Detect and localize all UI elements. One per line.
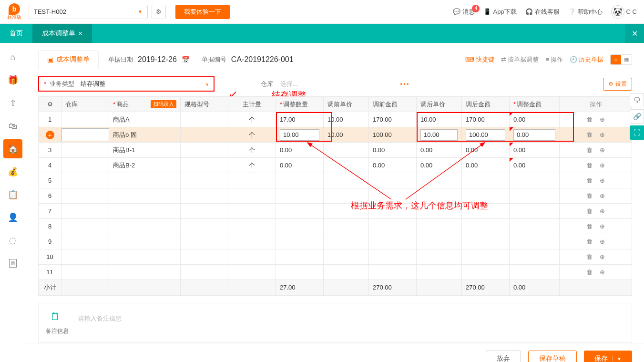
wh-filter-label: 仓库 xyxy=(261,80,273,88)
keyboard-icon: ⌨ xyxy=(465,56,474,63)
adjust-icon: ⇄ xyxy=(501,56,506,63)
service-link[interactable]: 🎧 在线客服 xyxy=(525,8,560,16)
delete-row-button[interactable]: 🗑 xyxy=(586,177,593,184)
messages-link[interactable]: 💬 消息 4 xyxy=(453,8,475,16)
avatar: 🐼 xyxy=(611,5,624,19)
close-icon[interactable]: ✕ xyxy=(78,31,82,37)
copy-row-button[interactable]: ⊕ xyxy=(600,238,605,245)
sidebar-money[interactable]: 💰 xyxy=(3,162,22,181)
table-row[interactable]: 6🗑⊕ xyxy=(39,188,632,204)
more-icon[interactable]: ••• xyxy=(400,81,410,88)
copy-row-button[interactable]: ⊕ xyxy=(600,269,605,276)
user-menu[interactable]: 🐼 C C xyxy=(611,5,637,19)
col-settings[interactable]: ⚙ xyxy=(39,97,61,112)
copy-row-button[interactable]: ⊕ xyxy=(600,192,605,199)
rail-expand[interactable]: ⛶ xyxy=(630,125,644,140)
table-row[interactable]: +商品b 固个10.0010.00100.0010.00100.000.00🗑⊕ xyxy=(39,127,632,143)
add-row-button[interactable]: + xyxy=(46,131,54,139)
sidebar-contact[interactable]: 👤 xyxy=(3,208,22,227)
table-row[interactable]: 9🗑⊕ xyxy=(39,234,632,249)
copy-row-button[interactable]: ⊕ xyxy=(600,146,605,154)
bydoc-link[interactable]: ⇄按单据调整 xyxy=(501,55,539,64)
delete-row-button[interactable]: 🗑 xyxy=(586,131,593,138)
copy-row-button[interactable]: ⊕ xyxy=(600,131,605,138)
table-row[interactable]: 4商品B-2个0.000.000.000.000.00🗑⊕ xyxy=(39,158,632,173)
expand-icon: ⛶ xyxy=(634,129,640,136)
logo-edition: 标准版 xyxy=(7,14,21,21)
scan-button[interactable]: 扫码录入 xyxy=(151,100,176,108)
tabbar-close-button[interactable]: ✕ xyxy=(625,24,644,43)
right-rail: 🗨 🔗 ⛶ xyxy=(630,93,644,140)
calendar-icon[interactable]: 📅 xyxy=(182,56,190,63)
remarks-input[interactable]: 请输入备注信息 xyxy=(78,310,122,323)
view-list[interactable]: ≡ xyxy=(611,55,621,64)
sidebar-upload[interactable]: ⇧ xyxy=(3,93,22,113)
app-download-link[interactable]: 📱 App下载 xyxy=(483,8,516,16)
delete-row-button[interactable]: 🗑 xyxy=(586,253,593,260)
org-settings-button[interactable]: ⚙ xyxy=(152,5,166,19)
delete-row-button[interactable]: 🗑 xyxy=(586,238,593,245)
date-value[interactable]: 2019-12-26 xyxy=(138,55,177,64)
rail-link[interactable]: 🔗 xyxy=(630,109,644,124)
tab-cost-adjust[interactable]: 成本调整单 ✕ xyxy=(32,24,92,43)
discard-button[interactable]: 放弃 xyxy=(486,351,521,362)
sidebar-clipboard[interactable]: 📋 xyxy=(3,185,22,204)
money-icon: 💰 xyxy=(8,166,18,177)
help-link[interactable]: ❔ 帮助中心 xyxy=(568,8,603,16)
contact-icon: 👤 xyxy=(8,212,18,223)
tabbar: 首页 成本调整单 ✕ ✕ xyxy=(0,24,644,43)
shortcut-link[interactable]: ⌨快捷键 xyxy=(465,55,494,64)
table-row[interactable]: 8🗑⊕ xyxy=(39,219,632,234)
copy-row-button[interactable]: ⊕ xyxy=(600,207,605,215)
phone-icon: 📱 xyxy=(483,8,491,15)
sidebar-loading[interactable]: ◌ xyxy=(3,231,22,250)
sidebar-bag[interactable]: 🛍 xyxy=(3,116,22,135)
delete-row-button[interactable]: 🗑 xyxy=(586,207,593,215)
rail-note[interactable]: 🗨 xyxy=(630,93,644,107)
col-pre-amt: 调前金额 xyxy=(369,97,417,112)
save-draft-button[interactable]: 保存草稿 xyxy=(528,351,577,362)
table-row[interactable]: 7🗑⊕ xyxy=(39,204,632,219)
sidebar-home[interactable]: ⌂ xyxy=(3,48,22,67)
copy-row-button[interactable]: ⊕ xyxy=(600,253,605,260)
view-grid[interactable]: ▦ xyxy=(621,55,632,64)
table-row[interactable]: 3商品B-1个0.000.000.000.000.00🗑⊕ xyxy=(39,143,632,158)
sidebar-gift[interactable]: 🎁 xyxy=(3,71,22,90)
sidebar-warehouse[interactable]: 🏠 xyxy=(3,139,22,158)
operation-link[interactable]: ≡操作 xyxy=(545,55,563,64)
biztype-select[interactable]: * 业务类型 结存调整 ∨ xyxy=(38,76,215,92)
col-qty: *调整数量 xyxy=(276,97,324,112)
logo: b 标准版 xyxy=(7,3,21,21)
delete-row-button[interactable]: 🗑 xyxy=(586,162,593,169)
copy-row-button[interactable]: ⊕ xyxy=(600,162,605,169)
message-badge: 4 xyxy=(472,5,480,12)
org-select[interactable]: TEST-H002 ▼ xyxy=(29,5,148,19)
copy-row-button[interactable]: ⊕ xyxy=(600,177,605,184)
delete-row-button[interactable]: 🗑 xyxy=(586,223,593,230)
doc-tab[interactable]: ▣ 成本调整单 xyxy=(38,50,99,69)
copy-row-button[interactable]: ⊕ xyxy=(600,223,605,230)
delete-row-button[interactable]: 🗑 xyxy=(586,192,593,199)
table-row[interactable]: 10🗑⊕ xyxy=(39,249,632,265)
doc-no-label: 单据编号 xyxy=(202,55,226,64)
link-icon: 🔗 xyxy=(633,113,641,120)
save-button[interactable]: 保存 ▼ xyxy=(584,351,632,362)
table-row[interactable]: 5🗑⊕ xyxy=(39,173,632,188)
col-post-price: 调后单价 xyxy=(417,97,462,112)
settings-button[interactable]: ⚙ 设置 xyxy=(603,78,632,91)
wh-filter-select[interactable]: 选择... xyxy=(280,80,298,88)
copy-row-button[interactable]: ⊕ xyxy=(600,116,605,123)
doc-no-value: CA-20191226-001 xyxy=(231,55,294,64)
view-toggle: ≡ ▦ xyxy=(610,54,632,65)
delete-row-button[interactable]: 🗑 xyxy=(586,116,593,123)
delete-row-button[interactable]: 🗑 xyxy=(586,146,593,154)
history-link[interactable]: 🕘历史单据 xyxy=(570,55,603,64)
chevron-down-icon: ▼ xyxy=(613,356,622,362)
sidebar-new[interactable]: 新 xyxy=(3,254,22,273)
table-row[interactable]: 11🗑⊕ xyxy=(39,265,632,280)
loading-icon: ◌ xyxy=(9,235,17,246)
try-button[interactable]: 我要体验一下 xyxy=(175,5,230,19)
tab-home[interactable]: 首页 xyxy=(0,24,32,43)
table-row[interactable]: 1商品A个17.0010.00170.0010.00170.000.00🗑⊕ xyxy=(39,112,632,127)
delete-row-button[interactable]: 🗑 xyxy=(586,269,593,276)
